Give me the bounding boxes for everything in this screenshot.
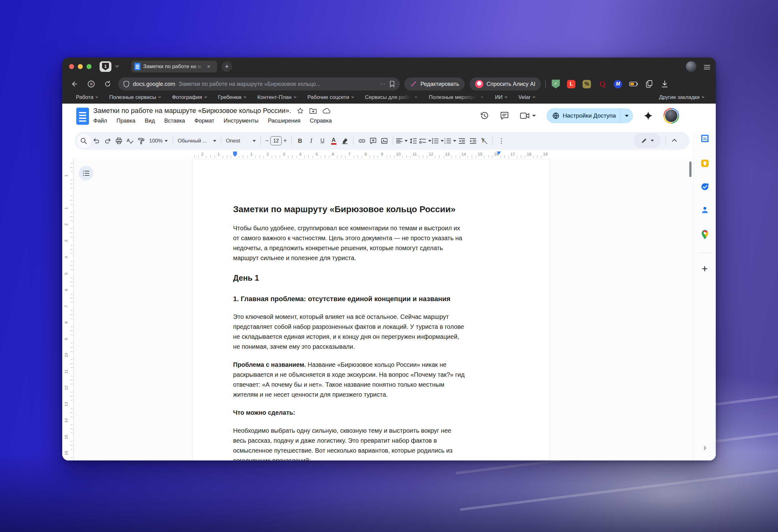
document-page[interactable]: Заметки по маршруту «Бирюзовое кольцо Ро…: [192, 159, 550, 460]
menu-insert[interactable]: Вставка: [164, 117, 185, 124]
address-field[interactable]: docs.google.com Заметки по работе на мар…: [118, 78, 400, 91]
editing-mode-dropdown-icon[interactable]: [651, 140, 654, 142]
docs-file-icon[interactable]: [76, 108, 89, 125]
decrease-font-size-button[interactable]: −: [263, 134, 270, 148]
meet-dropdown-icon[interactable]: [532, 115, 536, 117]
highlight-color-button[interactable]: [339, 134, 351, 148]
other-bookmarks-button[interactable]: Другие закладки: [659, 94, 704, 100]
decrease-indent-button[interactable]: [456, 134, 467, 148]
search-menus-button[interactable]: [77, 134, 91, 148]
get-addons-button[interactable]: +: [702, 263, 708, 274]
minimize-window-button[interactable]: [78, 64, 83, 69]
vertical-ruler[interactable]: 112345678910111213141516: [62, 159, 74, 460]
text-color-button[interactable]: A: [328, 134, 339, 148]
vertical-scrollbar[interactable]: [689, 162, 692, 177]
calendar-icon[interactable]: 31: [700, 134, 709, 143]
bookmark-folder-kontent-plan[interactable]: Контент-План: [257, 94, 296, 100]
italic-button[interactable]: I: [306, 134, 317, 148]
menu-file[interactable]: Файл: [93, 117, 107, 124]
account-avatar[interactable]: [664, 108, 679, 123]
close-window-button[interactable]: [69, 64, 74, 69]
bookmark-folder-fotografiya[interactable]: Фотография: [172, 94, 207, 100]
bookmark-folder-grebenyuk[interactable]: Гребенюк: [218, 94, 246, 100]
cloud-saved-icon[interactable]: [322, 108, 330, 114]
move-to-folder-icon[interactable]: [309, 108, 317, 114]
align-button[interactable]: [396, 134, 408, 148]
bold-button[interactable]: B: [294, 134, 306, 148]
print-button[interactable]: [113, 134, 125, 148]
paragraph-styles-select[interactable]: Обычный ...: [176, 134, 218, 148]
share-dropdown[interactable]: [621, 115, 633, 117]
line-spacing-button[interactable]: [408, 134, 419, 148]
left-indent-marker[interactable]: [233, 152, 237, 157]
add-comment-button[interactable]: [368, 134, 379, 148]
m-extension-icon[interactable]: M: [614, 80, 622, 88]
checklist-button[interactable]: [419, 134, 431, 148]
more-tools-button[interactable]: ⋮: [496, 134, 507, 148]
yandex-home-icon[interactable]: Я: [87, 80, 95, 88]
maps-icon[interactable]: [701, 230, 709, 240]
undo-button[interactable]: [91, 134, 102, 148]
document-title[interactable]: Заметки по работе на маршруте «Бирюзовое…: [93, 107, 291, 115]
tabs-copy-icon[interactable]: [645, 80, 653, 88]
bookmark-folder-velar[interactable]: Velar: [519, 94, 535, 100]
comments-icon[interactable]: [500, 111, 509, 120]
gemini-sparkle-icon[interactable]: [643, 111, 653, 120]
protect-extension-icon[interactable]: ✓: [551, 80, 560, 88]
horizontal-ruler[interactable]: 2112345678910111213141516171819: [74, 151, 693, 159]
document-content[interactable]: Заметки по маршруту «Бирюзовое кольцо Ро…: [233, 203, 510, 460]
bookmark-folder-poleznye-servisy[interactable]: Полезные сервисы: [109, 94, 161, 100]
bookmark-folder-rabochie-socseti[interactable]: Рабочие соцсети: [307, 94, 354, 100]
active-tab[interactable]: Заметки по работе на м ×: [131, 61, 217, 73]
bookmark-folder-rabota[interactable]: Работа: [76, 94, 98, 100]
bookmark-folder-ii[interactable]: ИИ: [495, 94, 507, 100]
increase-indent-button[interactable]: [467, 134, 479, 148]
tab-group-button[interactable]: 1: [99, 61, 111, 72]
star-icon[interactable]: [297, 107, 304, 114]
percent-extension-icon[interactable]: %: [582, 80, 591, 88]
clear-formatting-button[interactable]: T: [479, 134, 490, 148]
zoom-select[interactable]: 100%: [147, 134, 170, 148]
keep-icon[interactable]: [700, 159, 709, 168]
show-side-panel-chevron-icon[interactable]: [702, 445, 708, 451]
tab-list-chevron-icon[interactable]: [115, 64, 119, 67]
fullscreen-window-button[interactable]: [86, 64, 91, 69]
tasks-icon[interactable]: [700, 182, 709, 191]
menu-extensions[interactable]: Расширения: [268, 117, 301, 124]
spell-check-button[interactable]: A: [125, 134, 136, 148]
back-icon[interactable]: [70, 80, 78, 88]
document-outline-button[interactable]: [79, 166, 93, 180]
downloads-icon[interactable]: [660, 80, 669, 88]
menu-help[interactable]: Справка: [310, 117, 332, 124]
numbered-list-button[interactable]: 123: [444, 134, 456, 148]
bookmark-folder-poleznye-meropriyatiya[interactable]: Полезные мероприя: [429, 94, 483, 100]
menu-format[interactable]: Формат: [194, 117, 214, 124]
new-tab-button[interactable]: +: [222, 61, 232, 72]
version-history-icon[interactable]: [480, 111, 489, 120]
meet-video-button[interactable]: [520, 111, 536, 120]
font-size-field[interactable]: 12: [270, 134, 282, 148]
editing-mode-button[interactable]: [634, 133, 661, 148]
font-select[interactable]: Onest: [224, 134, 258, 148]
insert-link-button[interactable]: [356, 134, 368, 148]
increase-font-size-button[interactable]: +: [282, 134, 289, 148]
browser-menu-icon[interactable]: [704, 64, 710, 69]
l-extension-icon[interactable]: L: [567, 80, 576, 88]
bulleted-list-button[interactable]: [431, 134, 444, 148]
edit-mode-button[interactable]: Редактировать: [404, 78, 465, 91]
reload-icon[interactable]: [104, 80, 111, 88]
bookmark-folder-servisy-dlya-raboty[interactable]: Сервисы для работ: [365, 94, 417, 100]
hide-menus-chevron-icon[interactable]: [670, 136, 679, 144]
menu-tools[interactable]: Инструменты: [224, 117, 258, 124]
tab-close-icon[interactable]: ×: [207, 64, 210, 69]
redo-button[interactable]: [102, 134, 113, 148]
battery-extension-icon[interactable]: [629, 80, 638, 88]
menu-edit[interactable]: Правка: [116, 117, 135, 124]
q-extension-icon[interactable]: Q: [598, 80, 607, 88]
browser-profile-avatar[interactable]: [686, 61, 696, 72]
paint-format-button[interactable]: [136, 134, 147, 148]
menu-view[interactable]: Вид: [145, 117, 155, 124]
contacts-icon[interactable]: [700, 205, 709, 215]
ask-alice-button[interactable]: Спросить Алису AI: [470, 78, 541, 91]
bookmark-flag-icon[interactable]: [389, 81, 395, 87]
